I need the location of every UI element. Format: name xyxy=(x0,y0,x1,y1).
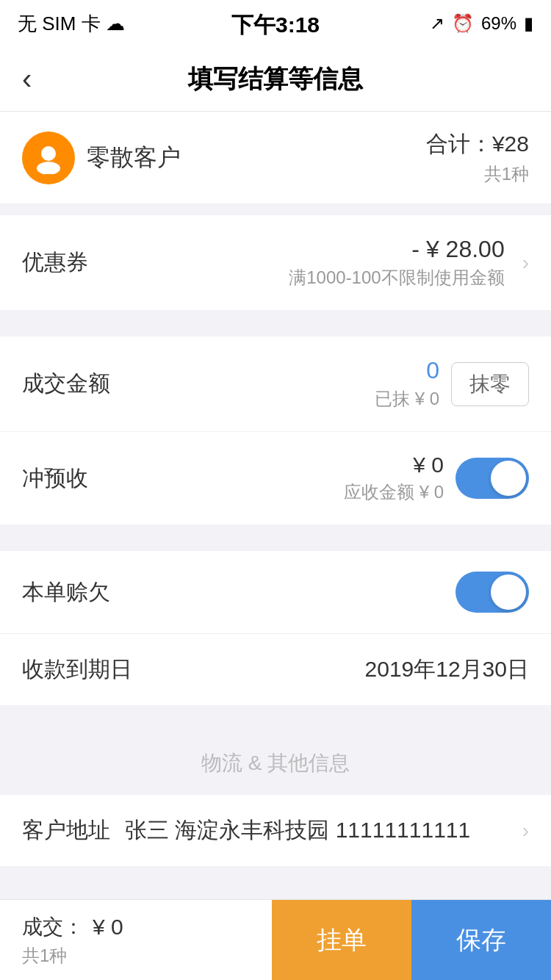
customer-name: 零散客户 xyxy=(87,142,181,174)
due-date-row: 收款到期日 2019年12月30日 xyxy=(0,634,551,705)
location-icon: ↗ xyxy=(430,13,444,34)
debit-toggle[interactable] xyxy=(455,572,529,613)
address-value: 张三 海淀永丰科技园 11111111111 xyxy=(125,815,516,846)
customer-count: 共1种 xyxy=(426,162,529,186)
customer-right: 合计：¥28 共1种 xyxy=(426,129,529,186)
avatar xyxy=(22,131,75,184)
prepaid-row: 冲预收 ¥ 0 应收金额 ¥ 0 xyxy=(0,432,551,525)
bottom-deal: 成交： ¥ 0 xyxy=(22,913,250,941)
coupon-chevron-icon: › xyxy=(522,251,529,275)
pending-button[interactable]: 挂单 xyxy=(272,900,411,980)
status-bar: 无 SIM 卡 ☁ 下午3:18 ↗ ⏰ 69% ▮ xyxy=(0,0,551,47)
deal-amount-sub: 已抹 ¥ 0 xyxy=(375,387,439,411)
prepaid-label: 冲预收 xyxy=(22,464,88,494)
status-right: ↗ ⏰ 69% ▮ xyxy=(430,13,533,34)
prepaid-sub: 应收金额 ¥ 0 xyxy=(344,480,444,504)
deal-amount-value: 0 xyxy=(375,357,439,384)
battery-icon: ▮ xyxy=(524,13,533,34)
divider-3 xyxy=(0,717,551,732)
address-chevron-icon: › xyxy=(522,819,529,843)
bottom-bar: 成交： ¥ 0 共1种 挂单 保存 xyxy=(0,899,551,980)
prepaid-right: ¥ 0 应收金额 ¥ 0 xyxy=(344,453,529,504)
nav-bar: ‹ 填写结算等信息 xyxy=(0,47,551,112)
round-off-button[interactable]: 抹零 xyxy=(451,362,529,406)
debit-right xyxy=(455,572,529,613)
debit-row: 本单赊欠 xyxy=(0,551,551,634)
status-left: 无 SIM 卡 ☁ xyxy=(18,11,125,37)
svg-point-1 xyxy=(37,162,60,174)
address-label: 客户地址 xyxy=(22,815,110,846)
prepaid-toggle[interactable] xyxy=(455,458,529,499)
battery-text: 69% xyxy=(481,13,516,34)
prepaid-value: ¥ 0 xyxy=(344,453,444,478)
bottom-info: 成交： ¥ 0 共1种 xyxy=(0,900,272,980)
logistics-header-text: 物流 & 其他信息 xyxy=(201,752,350,774)
due-date-label: 收款到期日 xyxy=(22,655,132,685)
save-button[interactable]: 保存 xyxy=(411,900,551,980)
toggle-knob xyxy=(491,461,526,496)
debit-label: 本单赊欠 xyxy=(22,577,110,608)
divider-2 xyxy=(0,536,551,551)
coupon-right: - ¥ 28.00 满1000-100不限制使用金额 › xyxy=(289,236,529,289)
content: 零散客户 合计：¥28 共1种 优惠券 - ¥ 28.00 满1000-100不… xyxy=(0,112,551,966)
customer-row: 零散客户 合计：¥28 共1种 xyxy=(0,112,551,203)
customer-total: 合计：¥28 xyxy=(426,129,529,159)
divider-1 xyxy=(0,322,551,336)
coupon-row[interactable]: 优惠券 - ¥ 28.00 满1000-100不限制使用金额 › xyxy=(0,215,551,310)
bottom-deal-label: 成交： xyxy=(22,913,84,941)
logistics-header: 物流 & 其他信息 xyxy=(0,732,551,795)
svg-point-0 xyxy=(41,146,56,161)
address-section: 客户地址 张三 海淀永丰科技园 11111111111 › xyxy=(0,795,551,866)
page-title: 填写结算等信息 xyxy=(188,62,363,96)
deal-section: 成交金额 0 已抹 ¥ 0 抹零 冲预收 ¥ 0 应收金额 ¥ 0 xyxy=(0,336,551,525)
alarm-icon: ⏰ xyxy=(452,13,474,34)
bottom-count: 共1种 xyxy=(22,944,250,968)
deal-amount-row: 成交金额 0 已抹 ¥ 0 抹零 xyxy=(0,336,551,432)
deal-amount-right: 0 已抹 ¥ 0 抹零 xyxy=(375,357,529,411)
coupon-label: 优惠券 xyxy=(22,248,88,278)
customer-left: 零散客户 xyxy=(22,131,181,184)
bottom-deal-value: ¥ 0 xyxy=(93,915,123,940)
deal-amount-label: 成交金额 xyxy=(22,369,110,399)
back-button[interactable]: ‹ xyxy=(22,62,32,96)
debit-section: 本单赊欠 收款到期日 2019年12月30日 xyxy=(0,551,551,705)
coupon-section: 优惠券 - ¥ 28.00 满1000-100不限制使用金额 › xyxy=(0,215,551,310)
due-date-value: 2019年12月30日 xyxy=(365,655,529,685)
status-time: 下午3:18 xyxy=(231,10,320,40)
coupon-value: - ¥ 28.00 xyxy=(289,236,504,263)
debit-toggle-knob xyxy=(491,574,526,610)
coupon-sub: 满1000-100不限制使用金额 xyxy=(289,266,504,289)
sim-status: 无 SIM 卡 ☁ xyxy=(18,11,125,37)
address-row[interactable]: 客户地址 张三 海淀永丰科技园 11111111111 › xyxy=(0,795,551,866)
